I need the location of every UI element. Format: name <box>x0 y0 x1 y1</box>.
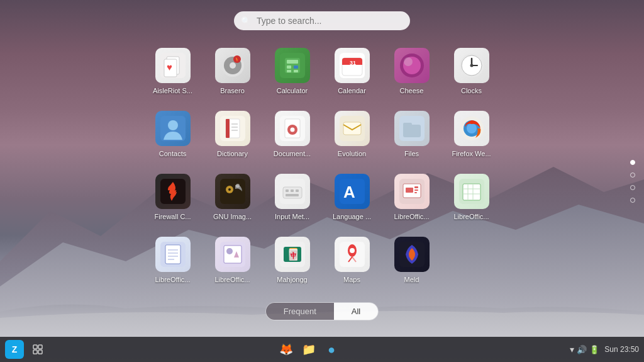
svg-rect-58 <box>286 194 299 196</box>
app-icon <box>155 237 191 272</box>
app-item-clocks[interactable]: Clocks <box>441 43 501 106</box>
app-item-evolution[interactable]: Evolution <box>322 106 382 169</box>
svg-rect-80 <box>224 246 242 263</box>
svg-point-6 <box>230 62 236 69</box>
app-item-firewall-c---[interactable]: Firewall C... <box>143 169 203 232</box>
taskbar-firefox[interactable]: 🦊 <box>277 341 295 358</box>
taskbar-settings[interactable]: ● <box>323 341 340 358</box>
app-icon <box>454 48 489 83</box>
zorin-logo-button[interactable]: Z <box>5 340 24 359</box>
pagination-dot-2[interactable] <box>630 173 635 178</box>
app-item-input-met---[interactable]: Input Met... <box>262 169 322 232</box>
app-icon <box>394 111 430 146</box>
svg-text:31: 31 <box>350 60 356 66</box>
app-label: Contacts <box>159 150 186 158</box>
app-icon <box>215 111 250 146</box>
wifi-icon: ▾ <box>570 344 574 354</box>
app-icon <box>215 48 250 83</box>
app-item-calendar[interactable]: 31Calendar <box>322 43 382 106</box>
svg-rect-92 <box>33 350 37 354</box>
pagination-dot-3[interactable] <box>630 185 635 190</box>
taskbar-show-desktop[interactable] <box>28 339 48 359</box>
app-launcher-overlay: 🔍 ♥AisleRiot S...BraseroCalculator31Cale… <box>0 0 644 362</box>
svg-rect-14 <box>294 70 298 72</box>
svg-rect-13 <box>287 70 291 72</box>
app-icon <box>394 48 430 83</box>
taskbar-files[interactable]: 📁 <box>300 341 318 358</box>
app-item-dictionary[interactable]: Dictionary <box>203 106 262 169</box>
app-icon <box>335 111 370 146</box>
svg-rect-41 <box>343 122 361 135</box>
app-label: Cheese <box>400 87 424 95</box>
svg-point-27 <box>470 64 473 67</box>
svg-rect-56 <box>291 189 294 192</box>
app-item-files[interactable]: Files <box>382 106 441 169</box>
app-item-mahjongg[interactable]: 🀄Mahjongg <box>262 232 322 295</box>
svg-rect-64 <box>414 186 418 188</box>
pagination-dot-1[interactable] <box>630 160 635 165</box>
app-label: Maps <box>343 276 360 284</box>
svg-point-22 <box>404 57 413 66</box>
app-item-cheese[interactable]: Cheese <box>382 43 441 106</box>
pagination-dots <box>630 160 635 203</box>
app-label: Firefox We... <box>452 150 491 158</box>
taskbar: Z 🦊 📁 ● ▾ 🔊 🔋 Sun 23:50 <box>0 337 644 362</box>
system-tray: ▾ 🔊 🔋 <box>570 344 599 354</box>
app-item-libreoffic---[interactable]: LibreOffic... <box>143 232 203 295</box>
app-item-aisleriot-s---[interactable]: ♥AisleRiot S... <box>143 43 203 106</box>
app-item-libreoffic---[interactable]: LibreOffic... <box>203 232 262 295</box>
tab-all[interactable]: All <box>334 303 378 320</box>
app-icon <box>155 174 191 209</box>
pagination-dot-4[interactable] <box>630 198 635 203</box>
app-label: Clocks <box>461 87 482 95</box>
svg-rect-10 <box>287 60 298 64</box>
app-item-libreoffic---[interactable]: LibreOffic... <box>441 169 501 232</box>
app-icon <box>275 174 310 209</box>
app-item-meld[interactable]: Meld <box>382 232 441 295</box>
app-item-firefox-we---[interactable]: Firefox We... <box>441 106 501 169</box>
app-icon: 31 <box>335 48 370 83</box>
volume-icon: 🔊 <box>577 345 587 354</box>
app-item-maps[interactable]: Maps <box>322 232 382 295</box>
svg-rect-55 <box>286 189 289 192</box>
svg-point-29 <box>168 120 178 130</box>
tab-frequent[interactable]: Frequent <box>266 303 334 320</box>
app-item-libreoffic---[interactable]: LibreOffic... <box>382 169 441 232</box>
app-label: Calendar <box>338 87 366 95</box>
app-item-document---[interactable]: Document... <box>262 106 322 169</box>
svg-rect-12 <box>294 65 298 69</box>
app-label: LibreOffic... <box>155 276 190 284</box>
app-item-brasero[interactable]: Brasero <box>203 43 262 106</box>
app-label: GNU Imag... <box>213 213 252 221</box>
app-icon <box>454 111 489 146</box>
svg-point-52 <box>236 184 240 188</box>
svg-point-51 <box>228 188 231 191</box>
app-label: Language ... <box>333 213 371 221</box>
app-icon <box>275 111 310 146</box>
search-input[interactable] <box>234 11 410 30</box>
svg-rect-90 <box>33 345 37 349</box>
app-item-gnu-imag---[interactable]: GNU Imag... <box>203 169 262 232</box>
app-icon: 🀄 <box>275 237 310 272</box>
app-item-language----[interactable]: ALanguage ... <box>322 169 382 232</box>
search-bar-section: 🔍 <box>0 11 644 30</box>
svg-point-81 <box>226 248 233 254</box>
svg-point-88 <box>350 248 355 253</box>
app-icon <box>454 174 489 209</box>
app-item-contacts[interactable]: Contacts <box>143 106 203 169</box>
app-label: LibreOffic... <box>214 276 250 284</box>
app-label: LibreOffic... <box>394 213 429 221</box>
app-icon <box>215 237 250 272</box>
app-icon: A <box>335 174 370 209</box>
app-icon <box>394 174 430 209</box>
app-item-calculator[interactable]: Calculator <box>262 43 322 106</box>
svg-rect-91 <box>38 345 42 349</box>
app-label: Files <box>404 150 419 158</box>
search-wrap: 🔍 <box>234 11 410 30</box>
taskbar-left: Z <box>5 339 48 359</box>
svg-rect-93 <box>38 350 42 354</box>
app-label: Mahjongg <box>277 276 307 284</box>
svg-rect-54 <box>283 187 302 198</box>
battery-icon: 🔋 <box>589 345 599 354</box>
svg-rect-74 <box>165 245 180 264</box>
